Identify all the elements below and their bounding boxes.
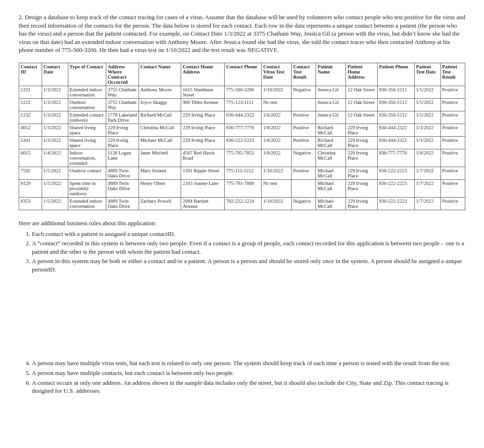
col-header: Contact Phone <box>225 63 262 86</box>
table-cell: Extended contact (indoors) <box>68 111 106 124</box>
table-cell: Positive <box>440 179 465 197</box>
table-cell: Michael McCall <box>139 136 181 149</box>
table-row: 12211/3/2022Extended indoor conversation… <box>19 86 465 98</box>
rule-item: A person in this system may be both or e… <box>32 257 465 273</box>
col-header: Patient Home Address <box>346 63 377 86</box>
table-cell: Richard McCall <box>139 111 181 124</box>
table-cell: Negative <box>292 197 316 210</box>
table-cell: 229 Irving Place <box>346 149 377 167</box>
table-cell <box>292 98 316 111</box>
table-cell: Spent time in proximity outdoors <box>68 179 106 197</box>
table-cell: 12 Oak Street <box>346 111 377 124</box>
table-cell: Positive <box>440 149 465 167</box>
table-cell: 1/3/2022 <box>414 136 440 149</box>
table-cell: Christina McCall <box>316 149 346 167</box>
table-cell: 229 Irving Place <box>106 136 139 149</box>
table-cell: 775-781-7888 <box>225 179 262 197</box>
table-cell: Extended indoor conversation <box>68 197 106 210</box>
col-header: Type of Contact <box>68 63 106 86</box>
table-cell: 229 Irving Place <box>181 136 225 149</box>
table-cell: 1222 <box>19 98 42 111</box>
table-cell: Outdoor contact <box>68 167 106 179</box>
table-cell: 775-111-1212 <box>225 167 262 179</box>
table-cell: Negative <box>292 86 316 98</box>
col-header: Contact Home Address <box>181 63 225 86</box>
table-cell: 1/7/2022 <box>414 167 440 179</box>
col-header: Patient Test Result <box>440 63 465 86</box>
table-cell: Shared living space <box>68 124 106 136</box>
table-cell: Positive <box>292 124 316 136</box>
table-cell: Henry Olsen <box>139 179 181 197</box>
table-cell: 1/3/2022 <box>42 86 68 98</box>
table-cell: 830-222-2223 <box>377 167 414 179</box>
table-cell <box>292 179 316 197</box>
table-cell: 830-350-1212 <box>377 111 414 124</box>
table-cell: Negative <box>292 149 316 167</box>
table-cell: 702-222-2224 <box>225 197 262 210</box>
rule-item: A person may have multiple contacts, but… <box>32 369 465 377</box>
table-cell: 1/3/2022 <box>42 111 68 124</box>
table-cell: Positive <box>440 167 465 179</box>
table-cell: No test <box>262 179 292 197</box>
table-cell: Positive <box>440 98 465 111</box>
table-cell: 1/10/2022 <box>262 197 292 210</box>
col-header: Contact Date <box>42 63 68 86</box>
table-cell: 1/8/2022 <box>262 136 292 149</box>
table-cell: 229 Irving Place <box>346 179 377 197</box>
table-cell: 229 Irving Place <box>181 111 225 124</box>
rule-item: A “contact” recorded in this system is b… <box>32 239 465 256</box>
intro-paragraph: 2. Design a database to keep track of th… <box>19 13 465 54</box>
table-cell: 1/8/2022 <box>262 124 292 136</box>
table-cell: 1221 <box>19 86 42 98</box>
table-cell: 8129 <box>19 179 42 197</box>
table-row: 75921/5/2022Outdoor contact4889 Twin Oak… <box>19 167 465 179</box>
table-cell: 908 Tibbs Avenue <box>181 98 225 111</box>
rule-item: A person may have multiple virus tests, … <box>32 359 465 367</box>
table-cell: 1/10/2022 <box>262 167 292 179</box>
table-cell: 1778 Lakeland Park Drive <box>106 111 139 124</box>
col-header: Address Where Contract Occurred <box>106 63 139 86</box>
table-cell: 1/8/2022 <box>414 149 440 167</box>
table-cell: 1232 <box>19 111 42 124</box>
table-cell: Anthony Moore <box>139 86 181 98</box>
rule-item: Each contact with a patient is assigned … <box>32 230 465 238</box>
col-header: Patient Name <box>316 63 346 86</box>
table-cell: 775-560-3200 <box>225 86 262 98</box>
table-cell: Positive <box>292 167 316 179</box>
table-cell: 229 Irving Place <box>106 124 139 136</box>
table-cell: Positive <box>292 136 316 149</box>
table-row: 81291/5/2022Spent time in proximity outd… <box>19 179 465 197</box>
table-cell: 1/5/2022 <box>42 167 68 179</box>
table-cell: Positive <box>440 197 465 210</box>
table-cell: 830-350-1212 <box>377 98 414 111</box>
table-cell: Jessica Gil <box>316 98 346 111</box>
table-cell: Zachary Powell <box>139 197 181 210</box>
table-cell: Michael McCall <box>316 197 346 210</box>
table-row: 12221/3/2022Outdoor conversation3755 Cha… <box>19 98 465 111</box>
table-cell: 1/5/2022 <box>414 111 440 124</box>
table-cell: Michael McCall <box>316 167 346 179</box>
table-cell: 3755 Chatham Way <box>106 98 139 111</box>
col-header: Contact Test Result <box>292 63 316 86</box>
table-cell: 4889 Twin Oaks Drive <box>106 179 139 197</box>
table-cell: 775-123-1111 <box>225 98 262 111</box>
table-cell: 830-222-2223 <box>225 136 262 149</box>
table-cell: Janet Mitchell <box>139 149 181 167</box>
table-cell: 229 Irving Place <box>181 124 225 136</box>
table-cell: 229 Irving Place <box>346 136 377 149</box>
table-cell: 830-222-2223 <box>377 179 414 197</box>
col-header: Contact Name <box>139 63 181 86</box>
table-cell: 1/6/2022 <box>262 111 292 124</box>
table-cell: 229 Irving Place <box>346 124 377 136</box>
table-cell: 4889 Twin Oaks Drive <box>106 167 139 179</box>
table-cell: 830-350-1212 <box>377 86 414 98</box>
table-row: 53411/3/2022Shared living space229 Irvin… <box>19 136 465 149</box>
table-cell: 1/3/2022 <box>42 136 68 149</box>
table-cell: Positive <box>440 124 465 136</box>
table-cell: 12 Oak Street <box>346 86 377 98</box>
table-row: 12321/3/2022Extended contact (indoors)17… <box>19 111 465 124</box>
table-cell: 1/3/2022 <box>414 124 440 136</box>
table-cell: 830-777-7776 <box>377 149 414 167</box>
col-header: Patient Phone <box>377 63 414 86</box>
table-cell: 1128 Logan Lane <box>106 149 139 167</box>
